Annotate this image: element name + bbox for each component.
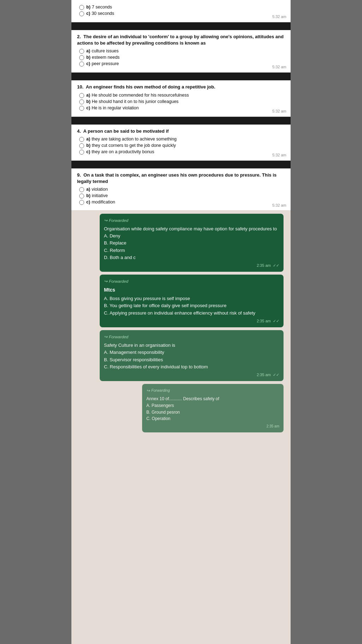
option-text: culture issues <box>92 48 118 53</box>
separator-bar <box>71 22 291 30</box>
bubble-time-3: 2:35 am ✓✓ <box>104 372 279 378</box>
double-check-icon: ✓✓ <box>273 372 279 378</box>
option-label: c) <box>86 200 90 205</box>
timestamp: 5:32 am <box>272 65 286 69</box>
option-text: 30 seconds <box>92 11 114 16</box>
quiz-section: b) 7 seconds c) 30 seconds 5:32 am 2. Th… <box>71 0 291 210</box>
option-label: c) <box>86 61 90 66</box>
radio-c[interactable] <box>79 150 84 155</box>
option-text: they are on a productivity bonus <box>92 149 154 154</box>
quiz-card-top: b) 7 seconds c) 30 seconds 5:32 am <box>71 0 291 22</box>
option-label: a) <box>86 48 90 53</box>
option-label: a) <box>86 187 90 192</box>
option-row: b) esteem needs <box>79 55 285 60</box>
quiz-card-q2: 2. The desire of an individual to 'confo… <box>71 30 291 72</box>
option-row: b) they cut corners to get the job done … <box>79 143 285 148</box>
quiz-card-q9: 9. On a task that is complex, an enginee… <box>71 168 291 210</box>
option-row: c) modification <box>79 200 285 205</box>
option-label: a) <box>86 93 90 98</box>
radio-c[interactable] <box>79 11 84 16</box>
option-text: modification <box>92 200 115 205</box>
radio-c[interactable] <box>79 106 84 111</box>
chat-bubble-4: ↪ Forwarding Annex 10 of........... Desc… <box>142 384 284 432</box>
option-row: c) 30 seconds <box>79 11 285 16</box>
option-label: c) <box>86 149 90 154</box>
forwarded-label: ↪ Forwarding <box>146 387 279 394</box>
option-row: c) they are on a productivity bonus <box>79 149 285 155</box>
double-check-icon: ✓✓ <box>273 263 279 269</box>
option-row: a) they are taking action to achieve som… <box>79 137 285 142</box>
option-text: violation <box>92 187 108 192</box>
forwarded-label: ↪ Forwarded <box>104 278 279 284</box>
forwarded-text: Forwarded <box>109 218 128 224</box>
radio-b[interactable] <box>79 194 84 199</box>
timestamp: 5:32 am <box>272 109 286 113</box>
option-label: b) <box>86 5 90 10</box>
timestamp: 5:32 am <box>272 203 286 207</box>
option-text: initiative <box>92 193 108 198</box>
option-text: He should be commended for his resourcef… <box>92 93 189 98</box>
bubble-text-2: A. Boss giving you pressure is self impo… <box>104 295 279 316</box>
option-text: He should hand it on to his junior colle… <box>92 99 179 104</box>
radio-a[interactable] <box>79 93 84 98</box>
forwarded-text: Forwarded <box>109 278 128 284</box>
separator-bar <box>71 117 291 125</box>
option-text: they are taking action to achieve someth… <box>92 137 176 142</box>
radio-a[interactable] <box>79 137 84 142</box>
separator-bar <box>71 73 291 80</box>
chat-bubble-3: ↪ Forwarded Safety Culture in an organis… <box>100 330 284 381</box>
chat-bubble-1: ↪ Forwarded Organisation while doing saf… <box>100 214 284 272</box>
chat-bubble-2: ↪ Forwarded Mtcs A. Boss giving you pres… <box>100 275 284 327</box>
radio-b[interactable] <box>79 5 84 10</box>
option-row: b) 7 seconds <box>79 5 285 10</box>
option-label: b) <box>86 55 90 60</box>
forwarded-text: Forwarding <box>151 388 170 393</box>
question-text-q9: 9. On a task that is complex, an enginee… <box>77 172 285 185</box>
radio-a[interactable] <box>79 187 84 192</box>
bubble-time-2: 2:35 am ✓✓ <box>104 318 279 324</box>
option-row: a) culture issues <box>79 48 285 54</box>
radio-b[interactable] <box>79 99 84 104</box>
option-label: c) <box>86 11 90 16</box>
option-row: a) violation <box>79 187 285 192</box>
option-row: c) peer pressure <box>79 61 285 67</box>
question-text-q10: 10. An engineer finds his own method of … <box>77 84 285 90</box>
option-label: b) <box>86 99 90 104</box>
option-text: 7 seconds <box>92 5 112 10</box>
option-text: peer pressure <box>92 61 119 66</box>
radio-c[interactable] <box>79 62 84 67</box>
radio-b[interactable] <box>79 55 84 60</box>
option-text: He is in regular violation <box>92 105 139 110</box>
option-text: they cut corners to get the job done qui… <box>92 143 176 148</box>
option-row: a) He should be commended for his resour… <box>79 93 285 98</box>
bottom-bar <box>71 438 291 449</box>
forwarded-label: ↪ Forwarded <box>104 334 279 340</box>
forwarded-label: ↪ Forwarded <box>104 217 279 224</box>
radio-b[interactable] <box>79 143 84 148</box>
separator-bar <box>71 161 291 168</box>
option-text: esteem needs <box>92 55 120 60</box>
question-number: 9. <box>77 172 81 178</box>
radio-c[interactable] <box>79 200 84 205</box>
option-label: a) <box>86 137 90 142</box>
option-label: b) <box>86 143 90 148</box>
forward-arrow-icon: ↪ <box>104 217 107 224</box>
forward-arrow-icon: ↪ <box>104 334 107 340</box>
timestamp: 5:32 am <box>272 15 286 19</box>
option-row: b) initiative <box>79 193 285 199</box>
bubble-time-4: 2:35 am <box>146 424 279 429</box>
bubble-text-3: Safety Culture in an organisation is A. … <box>104 342 279 370</box>
bubble-time-1: 2:35 am ✓✓ <box>104 263 279 269</box>
question-number: 2. <box>77 34 81 39</box>
quiz-card-q4: 4. A person can be said to be motivated … <box>71 125 291 160</box>
bubble-text-4: Annex 10 of........... Describes safety … <box>146 396 279 422</box>
quiz-card-q10: 10. An engineer finds his own method of … <box>71 80 291 116</box>
bubble-title-2: Mtcs <box>104 286 279 294</box>
option-row: c) He is in regular violation <box>79 105 285 111</box>
radio-a[interactable] <box>79 49 84 54</box>
question-number: 10. <box>77 84 83 90</box>
question-text-q4: 4. A person can be said to be motivated … <box>77 128 285 134</box>
option-row: b) He should hand it on to his junior co… <box>79 99 285 104</box>
option-label: b) <box>86 193 90 198</box>
bubble-text-1: Organisation while doing safety complian… <box>104 225 279 261</box>
